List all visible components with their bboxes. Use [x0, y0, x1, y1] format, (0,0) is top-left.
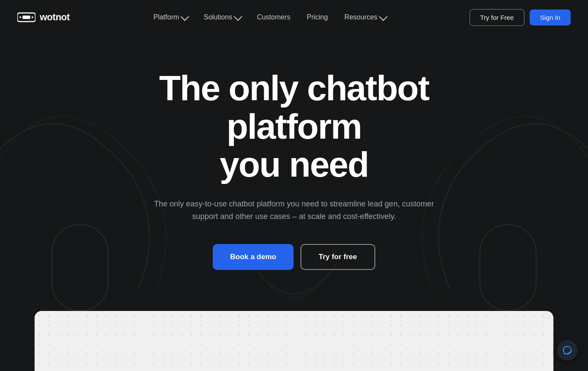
svg-rect-1 — [22, 16, 30, 19]
main-nav: wotnot Platform Solutions Customers Pric… — [0, 0, 588, 35]
svg-point-3 — [32, 16, 33, 18]
nav-actions: Try for Free Sign In — [470, 9, 571, 26]
try-free-hero-button[interactable]: Try for free — [300, 244, 375, 270]
nav-links: Platform Solutions Customers Pricing Res… — [147, 10, 392, 25]
nav-try-free-button[interactable]: Try for Free — [470, 9, 525, 26]
nav-item-customers: Customers — [251, 10, 296, 25]
nav-link-platform[interactable]: Platform — [147, 10, 194, 25]
hero-subtitle: The only easy-to-use chatbot platform yo… — [153, 198, 435, 223]
nav-link-solutions[interactable]: Solutions — [198, 10, 246, 25]
solutions-chevron-icon — [234, 13, 243, 21]
book-demo-button[interactable]: Book a demo — [213, 244, 294, 270]
chat-widget-button[interactable] — [557, 340, 578, 361]
hero-cta-buttons: Book a demo Try for free — [213, 244, 375, 270]
nav-item-solutions: Solutions — [198, 10, 246, 25]
svg-rect-5 — [480, 225, 536, 311]
nav-link-resources[interactable]: Resources — [338, 10, 391, 25]
logo-icon — [17, 11, 35, 23]
nav-item-pricing: Pricing — [300, 10, 334, 25]
nav-link-customers[interactable]: Customers — [251, 10, 296, 25]
nav-item-platform: Platform — [147, 10, 194, 25]
logo-link[interactable]: wotnot — [17, 11, 70, 23]
nav-sign-in-button[interactable]: Sign In — [530, 10, 571, 25]
svg-point-2 — [19, 16, 21, 18]
nav-link-pricing[interactable]: Pricing — [300, 10, 334, 25]
logo-text: wotnot — [40, 12, 70, 23]
hero-section: The only chatbot platform you need The o… — [0, 35, 588, 311]
svg-rect-4 — [52, 225, 108, 311]
hero-title: The only chatbot platform you need — [89, 69, 499, 184]
card-section — [35, 311, 553, 371]
nav-item-resources: Resources — [338, 10, 391, 25]
chat-icon — [562, 345, 572, 355]
platform-chevron-icon — [181, 13, 189, 21]
resources-chevron-icon — [379, 13, 387, 21]
